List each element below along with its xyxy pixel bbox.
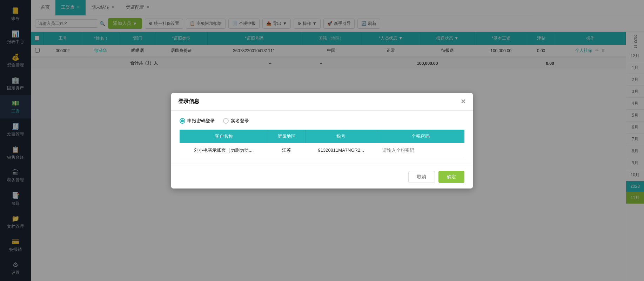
login-dialog: 登录信息 ✕ 申报密码登录 实名登录 客户名称 所属地区 [171, 93, 473, 189]
dialog-cell-password [377, 143, 464, 158]
dialog-client-table: 客户名称 所属地区 税号 个税密码 刘小艳演示账套（勿删勿动.... 江苏 91… [180, 130, 464, 158]
dialog-cell-client: 刘小艳演示账套（勿删勿动.... [180, 143, 268, 158]
login-type-radio-group: 申报密码登录 实名登录 [180, 118, 464, 124]
dialog-col-password: 个税密码 [377, 130, 464, 143]
dialog-col-taxno: 税号 [305, 130, 377, 143]
dialog-col-region: 所属地区 [268, 130, 305, 143]
dialog-body: 申报密码登录 实名登录 客户名称 所属地区 税号 个税密码 [171, 111, 473, 165]
radio-realname-dot [223, 118, 229, 124]
dialog-col-client: 客户名称 [180, 130, 268, 143]
radio-realname-login[interactable]: 实名登录 [223, 118, 249, 124]
tax-password-input[interactable] [382, 148, 458, 153]
dialog-table-row: 刘小艳演示账套（勿删勿动.... 江苏 91320811MA7NGR2... [180, 143, 464, 158]
dialog-overlay: 登录信息 ✕ 申报密码登录 实名登录 客户名称 所属地区 [0, 0, 644, 281]
dialog-title: 登录信息 [178, 98, 199, 105]
dialog-footer: 取消 确定 [171, 165, 473, 189]
dialog-close-button[interactable]: ✕ [461, 98, 466, 105]
confirm-button[interactable]: 确定 [438, 171, 464, 183]
dialog-cell-region: 江苏 [268, 143, 305, 158]
cancel-button[interactable]: 取消 [408, 171, 435, 183]
radio-password-dot [180, 118, 185, 124]
radio-password-login[interactable]: 申报密码登录 [180, 118, 215, 124]
dialog-header: 登录信息 ✕ [171, 93, 473, 111]
dialog-cell-taxno: 91320811MA7NGR2... [305, 143, 377, 158]
